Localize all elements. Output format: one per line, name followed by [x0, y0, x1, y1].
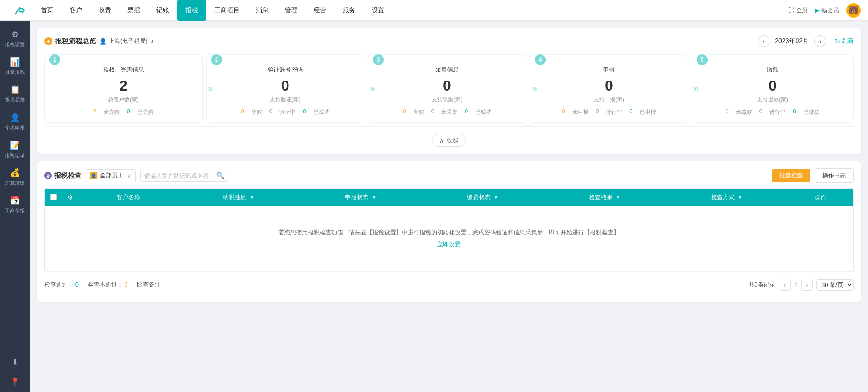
- location-badge[interactable]: 👤 上海(电子税局) ∨: [99, 37, 154, 45]
- step2-verifying-label: 验证中: [279, 108, 296, 116]
- refresh-btn[interactable]: ↻ 刷新: [835, 37, 854, 45]
- col-check-method: 检查方式 ▼: [666, 189, 788, 206]
- step1-filled[interactable]: 0: [127, 108, 130, 116]
- member-label: 畅会员: [821, 6, 839, 14]
- check-purple-icon: ◎: [44, 172, 52, 179]
- column-settings-icon[interactable]: ⚙: [67, 194, 73, 201]
- pass-count[interactable]: 0: [75, 281, 79, 288]
- sidebar-item-tax-overview[interactable]: 📋 报税总览: [0, 80, 30, 107]
- step4-unreported-val[interactable]: 0: [562, 108, 565, 116]
- sidebar-item-tax-record[interactable]: 📝 报税记录: [0, 135, 30, 163]
- step-wrapper-3: 3 采集信息 0 支持采集(家) 0 失败 0 未采集 0 已成功 »: [368, 54, 530, 123]
- tax-overview-icon: 📋: [9, 84, 20, 95]
- step-subtitle-3: 支持采集(家): [376, 96, 519, 104]
- operation-log-btn[interactable]: 操作日志: [815, 168, 854, 183]
- sidebar-item-settlement[interactable]: 💰 汇算清缴: [0, 163, 30, 191]
- step-arrow-1: »: [207, 83, 214, 95]
- step-subtitle-5: 支持缴款(家): [699, 96, 846, 104]
- nav-item-customer[interactable]: 客户: [61, 0, 90, 21]
- nav-item-message[interactable]: 消息: [248, 0, 277, 21]
- step-arrow-3: »: [531, 83, 538, 95]
- step4-reported-val[interactable]: 0: [629, 108, 632, 116]
- nav-item-invoice[interactable]: 票据: [119, 0, 148, 21]
- filter-icon-2[interactable]: ▼: [372, 195, 377, 200]
- filter-icon-3[interactable]: ▼: [494, 195, 499, 200]
- collapse-btn[interactable]: ∧ 收起: [432, 134, 466, 147]
- pass-label: 检查通过： 0: [44, 281, 79, 289]
- nav-item-operation[interactable]: 经营: [306, 0, 335, 21]
- batch-check-btn[interactable]: 批量检查: [772, 169, 810, 182]
- sidebar-item-label: 报税总览: [5, 97, 25, 103]
- step-count-2: 0: [214, 77, 357, 94]
- location-icon: 📍: [9, 377, 20, 387]
- download-icon: ⬇: [9, 357, 20, 368]
- sidebar-item-personal-tax[interactable]: 👤 个税申报: [0, 108, 30, 135]
- step3-fail-label: 失败: [413, 108, 424, 116]
- prev-month-btn[interactable]: ‹: [758, 35, 769, 47]
- staff-icon: 👤: [90, 172, 97, 179]
- sidebar-item-batch-tax[interactable]: 📊 批量报税: [0, 52, 30, 80]
- step5-paid-label: 已缴款: [803, 108, 820, 116]
- staff-select[interactable]: 👤 全部员工 ∨: [86, 169, 136, 182]
- step3-success-val[interactable]: 0: [465, 108, 468, 116]
- sidebar-item-label: 报税记录: [5, 153, 25, 158]
- member-btn[interactable]: ▶ 畅会员: [815, 6, 839, 14]
- tax-settings-icon: ⚙: [9, 29, 20, 40]
- step5-paid-val[interactable]: 0: [793, 108, 796, 116]
- nav-item-manage[interactable]: 管理: [277, 0, 306, 21]
- next-page-btn[interactable]: ›: [801, 279, 813, 291]
- dropdown-icon: ∨: [150, 38, 154, 45]
- nav-item-accounting[interactable]: 记账: [148, 0, 177, 21]
- prev-page-btn[interactable]: ‹: [779, 279, 791, 291]
- nav-item-business[interactable]: 工商项目: [206, 0, 248, 21]
- note-label: 囧有备注: [137, 281, 160, 289]
- select-all-checkbox[interactable]: [50, 194, 57, 200]
- setup-link[interactable]: 立即设置: [50, 240, 848, 249]
- step3-fail-val[interactable]: 0: [403, 108, 406, 116]
- gear-col: ⚙: [62, 189, 79, 206]
- search-box: 🔍: [140, 170, 228, 182]
- step5-unpaid-val[interactable]: 0: [726, 108, 729, 116]
- table-empty-row: 若您想使用报税检查功能，请先在【报税设置】中进行报税的初始化设置，完成密码验证和…: [45, 206, 853, 272]
- nav-item-home[interactable]: 首页: [33, 0, 61, 21]
- filter-icon-1[interactable]: ▼: [250, 195, 255, 200]
- collapse-arrow-icon: ∧: [439, 137, 444, 144]
- step2-fail-val[interactable]: 0: [241, 108, 244, 116]
- step-count-1: 2: [52, 77, 195, 94]
- per-page-select[interactable]: 30 条/页: [816, 279, 854, 291]
- step-card-1: 1 授权、完善信息 2 总客户数(家) 2 未完善 0 已完善: [44, 54, 203, 123]
- nav-right: ⛶ 全屏 ▶ 畅会员 🐻: [788, 3, 861, 18]
- step2-fail-label: 失败: [251, 108, 262, 116]
- table-footer: 检查通过： 0 检查不通过： 0 囧有备注 共0条记录 ‹ 1 › 30 条/页: [44, 274, 854, 295]
- nav-item-fee[interactable]: 收费: [90, 0, 119, 21]
- search-icon[interactable]: 🔍: [217, 172, 224, 179]
- sidebar-item-tax-settings[interactable]: ⚙ 报税设置: [0, 24, 30, 52]
- sidebar-item-location[interactable]: 📍: [0, 372, 30, 392]
- check-title: ◎ 报税检查: [44, 172, 81, 180]
- nav-item-settings[interactable]: 设置: [363, 0, 392, 21]
- sidebar-item-annual-report[interactable]: 📅 工商年报: [0, 191, 30, 218]
- step5-inprogress-label: 进行中: [769, 108, 786, 116]
- step-card-4: 4 申报 0 支持申报(家) 0 未申报 0 进行中 0 已申报: [530, 54, 688, 123]
- col-pay-status: 缴费状态 ▼: [422, 189, 544, 206]
- fail-count[interactable]: 0: [124, 281, 127, 288]
- next-month-btn[interactable]: ›: [814, 35, 826, 47]
- plus-icon: +: [44, 37, 52, 45]
- step-arrow-2: »: [369, 83, 376, 95]
- step-wrapper-4: 4 申报 0 支持申报(家) 0 未申报 0 进行中 0 已申报 »: [530, 54, 692, 123]
- nav-item-tax[interactable]: 报税: [177, 0, 206, 21]
- nav-item-service[interactable]: 服务: [335, 0, 363, 21]
- filter-icon-5[interactable]: ▼: [738, 195, 743, 200]
- avatar[interactable]: 🐻: [846, 3, 861, 18]
- step2-success-val[interactable]: 0: [303, 108, 306, 116]
- fullscreen-btn[interactable]: ⛶ 全屏: [788, 6, 808, 14]
- step-title-1: 授权、完善信息: [52, 66, 195, 74]
- select-all-col: [45, 189, 62, 206]
- search-input[interactable]: [144, 172, 217, 179]
- step1-unfilled[interactable]: 2: [93, 108, 96, 116]
- sidebar-item-label: 工商年报: [5, 208, 25, 214]
- sidebar-item-download[interactable]: ⬇: [0, 352, 30, 372]
- logo: [7, 3, 33, 18]
- month-label: 2023年02月: [775, 37, 809, 45]
- filter-icon-4[interactable]: ▼: [616, 195, 621, 200]
